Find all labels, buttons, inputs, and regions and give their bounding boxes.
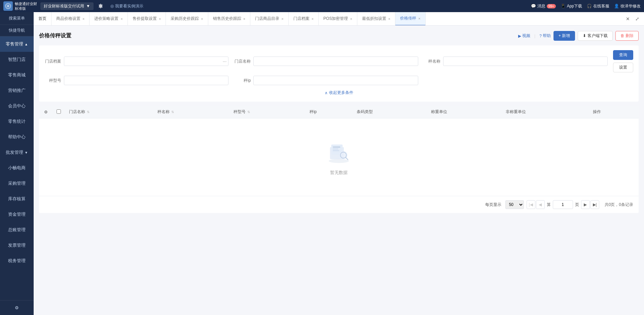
pagination: 每页显示 10 20 50 100 |◀ ◀ 算 页 — [39, 196, 639, 213]
download-icon: ⬇ — [583, 33, 586, 38]
sidebar-item-inventory[interactable]: 库存核算 — [0, 191, 34, 207]
sidebar-item-invoice[interactable]: 发票管理 — [0, 238, 34, 253]
close-icon[interactable]: × — [312, 17, 314, 21]
table-checkbox-header[interactable] — [52, 106, 65, 118]
close-icon[interactable]: × — [82, 17, 84, 21]
app-download-button[interactable]: 📱 App下载 — [561, 3, 582, 9]
chevron-up-icon: ▲ — [25, 42, 28, 46]
sidebar-item-marketing[interactable]: 营销推广 — [0, 83, 34, 98]
empty-state: 暂无数据 — [39, 118, 639, 196]
sidebar-item-tax[interactable]: 税务管理 — [0, 253, 34, 269]
table-settings-header[interactable]: ⚙ — [39, 106, 52, 118]
sidebar-item-retail-mall[interactable]: 零售商城 — [0, 67, 34, 83]
restore-tab-button[interactable]: ⤢ — [633, 15, 641, 22]
close-icon[interactable]: × — [281, 17, 283, 21]
demo-icon: ◎ — [110, 4, 114, 8]
scale-ip-input[interactable] — [253, 76, 418, 85]
add-button[interactable]: + 新增 — [553, 31, 575, 41]
ellipsis-icon[interactable]: ··· — [223, 59, 227, 64]
tab-price-scale[interactable]: 价格传秤 × — [395, 12, 425, 26]
close-icon[interactable]: × — [201, 17, 203, 21]
first-page-button[interactable]: |◀ — [527, 200, 535, 209]
close-icon[interactable]: × — [350, 17, 352, 21]
sidebar-item-member-center[interactable]: 会员中心 — [0, 98, 34, 114]
sidebar-item-ecommerce[interactable]: 小畅电商 — [0, 160, 34, 176]
sidebar-item-smart-store[interactable]: 智慧门店 — [0, 52, 34, 67]
settings-icon: ⚙ — [44, 110, 48, 114]
download-client-button[interactable]: ⬇ 客户端下载 — [578, 31, 612, 41]
tab-purchase-strategy[interactable]: 进价策略设置 × — [90, 12, 128, 26]
sidebar-item-label: 智慧门店 — [8, 57, 26, 63]
close-icon[interactable]: × — [388, 17, 390, 21]
empty-text: 暂无数据 — [330, 170, 348, 176]
current-page-input[interactable] — [553, 200, 573, 209]
sidebar-item-help-center[interactable]: 帮助中心 — [0, 129, 34, 145]
sort-icon[interactable]: ⇅ — [247, 110, 250, 114]
sort-icon[interactable]: ⇅ — [171, 110, 174, 114]
sidebar-item-ledger[interactable]: 总账管理 — [0, 222, 34, 238]
online-service-button[interactable]: 🎧 在线客服 — [587, 3, 609, 9]
next-page-button[interactable]: ▶ — [581, 200, 590, 209]
sidebar-item-label: 零售统计 — [8, 118, 26, 125]
table-header-scale-model: 秤型号 ⇅ — [229, 106, 306, 118]
sidebar-search[interactable]: 搜索菜单 — [0, 12, 34, 25]
page-actions: ▶ 视频 | ? 帮助 + 新增 ⬇ 客户端下载 — [518, 31, 639, 41]
close-icon[interactable]: × — [159, 17, 161, 21]
page-suffix: 页 — [575, 202, 579, 208]
collapse-filter-button[interactable]: ∧ 收起更多条件 — [325, 89, 353, 97]
tab-discount-settings[interactable]: 最低折扣设置 × — [357, 12, 395, 26]
tab-store-files[interactable]: 门店档案 × — [289, 12, 319, 26]
sidebar-item-purchase[interactable]: 采购管理 — [0, 176, 34, 191]
table-header-scale-ip: 秤ip — [306, 106, 353, 118]
message-button[interactable]: 💬 消息 99+ — [531, 3, 556, 9]
sidebar-item-retail-stats[interactable]: 零售统计 — [0, 114, 34, 129]
tab-pos-management[interactable]: POS加密管理 × — [319, 12, 357, 26]
sidebar-item-retail-management[interactable]: 零售管理 ▲ — [0, 36, 34, 52]
filter-store-name: 门店名称 — [234, 57, 418, 66]
query-button[interactable]: 查询 — [613, 50, 633, 60]
sidebar-settings-button[interactable]: ⚙ — [0, 300, 34, 315]
help-link[interactable]: ? 帮助 — [539, 33, 551, 39]
tab-purchase-history[interactable]: 采购历史价跟踪 × — [166, 12, 208, 26]
sidebar-item-label: 帮助中心 — [8, 134, 26, 140]
close-tab-button[interactable]: ✕ — [624, 15, 632, 22]
user-icon: 👤 — [614, 4, 619, 8]
video-icon: ▶ — [518, 34, 521, 38]
filter-row-2: 秤型号 秤ip — [44, 76, 633, 85]
svg-rect-5 — [333, 149, 338, 149]
close-icon[interactable]: × — [418, 16, 420, 21]
tab-price-extract[interactable]: 售价提取设置 × — [128, 12, 166, 26]
scale-name-input[interactable] — [443, 57, 608, 66]
video-link[interactable]: ▶ 视频 — [518, 33, 530, 39]
store-name-input[interactable] — [253, 57, 418, 66]
settings-filter-button[interactable]: 设置 — [613, 63, 633, 72]
delete-button[interactable]: 🗑 删除 — [615, 31, 639, 41]
sidebar-item-wholesale[interactable]: 批发管理 ▼ — [0, 145, 34, 160]
per-page-select[interactable]: 10 20 50 100 — [505, 200, 524, 209]
sidebar-item-finance[interactable]: 资金管理 — [0, 207, 34, 222]
version-select[interactable]: 好业财标准版交付试用 ▼ — [40, 2, 94, 10]
select-all-checkbox[interactable] — [57, 109, 61, 114]
demo-link[interactable]: ◎ 我要看实例演示 — [110, 3, 143, 9]
tab-sales-history[interactable]: 销售历史价跟踪 × — [208, 12, 250, 26]
tab-product-price[interactable]: 商品价格设置 × — [51, 12, 90, 26]
message-badge: 99+ — [547, 4, 556, 8]
close-icon[interactable]: × — [120, 17, 122, 21]
message-icon: 💬 — [531, 4, 536, 8]
last-page-button[interactable]: ▶| — [591, 200, 599, 209]
store-file-input[interactable] — [64, 57, 228, 66]
top-settings-button[interactable] — [96, 2, 105, 10]
scale-model-input[interactable] — [64, 76, 228, 85]
tab-home[interactable]: 首页 — [34, 12, 51, 26]
prev-page-button[interactable]: ◀ — [536, 200, 545, 209]
tab-store-catalog[interactable]: 门店商品目录 × — [250, 12, 288, 26]
user-menu[interactable]: 👤 徐泽华修改 — [614, 3, 641, 9]
filter-store-file: 门店档案 ··· — [44, 57, 228, 66]
close-icon[interactable]: × — [243, 17, 245, 21]
sort-icon[interactable]: ⇅ — [87, 110, 90, 114]
sidebar-item-label: 小畅电商 — [8, 165, 26, 171]
total-label: 共0页，0条记录 — [605, 202, 633, 208]
table-header-scale-name: 秤名称 ⇅ — [153, 106, 229, 118]
service-icon: 🎧 — [587, 4, 592, 8]
sidebar-quick-nav[interactable]: 快捷导航 — [0, 25, 34, 36]
